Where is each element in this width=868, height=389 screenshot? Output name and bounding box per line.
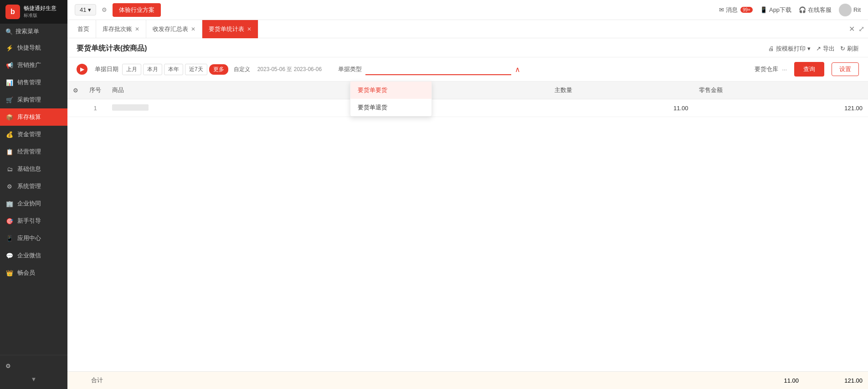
print-template-btn[interactable]: 🖨 按模板打印 ▾ xyxy=(768,45,811,53)
sidebar-item-label: 采购管理 xyxy=(17,96,41,104)
tab-close-icon[interactable]: ✕ xyxy=(135,26,139,32)
sidebar-item-label: 企业微信 xyxy=(17,251,41,260)
dropdown-item-order[interactable]: 要货单要货 xyxy=(350,82,431,99)
sidebar-item-label: 企业协同 xyxy=(17,200,41,208)
export-label: 导出 xyxy=(823,45,835,53)
sidebar-item-label: 资金管理 xyxy=(17,130,41,138)
app-download-label: App下载 xyxy=(769,6,791,14)
table-container: ⚙ 序号 商品 主计量单位 主数量 零售金额 1 xyxy=(67,82,868,371)
topbar: 41 ▾ ⚙ 体验行业方案 ✉ 消息 99+ 📱 App下载 🎧 在线客服 R xyxy=(67,0,868,20)
company-dropdown[interactable]: 41 ▾ xyxy=(75,4,96,15)
export-btn[interactable]: ↗ 导出 xyxy=(816,45,835,53)
messages-badge: 99+ xyxy=(740,7,753,13)
sidebar-item-member[interactable]: 👑畅会员 xyxy=(0,264,67,282)
app-name: 畅捷通好生意 xyxy=(24,5,56,12)
sidebar-item-quick-nav[interactable]: ⚡快捷导航 xyxy=(0,39,67,56)
sidebar-item-finance[interactable]: 💰资金管理 xyxy=(0,126,67,143)
warehouse-filter-label: 要货仓库 xyxy=(755,65,778,73)
sidebar-item-marketing[interactable]: 📢营销推广 xyxy=(0,56,67,74)
finance-icon: 💰 xyxy=(5,131,14,138)
td-amount: 121.00 xyxy=(693,99,868,117)
sidebar-item-label: 新手引导 xyxy=(17,217,41,225)
warehouse-more-icon[interactable]: ··· xyxy=(782,66,787,73)
dropdown-arrow-icon: ▾ xyxy=(88,6,91,13)
tab-recv-summary[interactable]: 收发存汇总表 ✕ xyxy=(146,20,202,38)
type-filter-label: 单据类型 xyxy=(338,65,362,73)
refresh-icon: ↻ xyxy=(840,45,845,52)
refresh-label: 刷新 xyxy=(847,45,859,53)
user-avatar-item[interactable]: Rit xyxy=(839,4,861,16)
goods-placeholder xyxy=(112,104,149,111)
close-window-icon[interactable]: ✕ xyxy=(849,25,855,33)
td-goods xyxy=(107,99,345,117)
custom-date-btn[interactable]: 自定义 xyxy=(230,64,254,75)
more-dates-btn[interactable]: 更多 xyxy=(209,64,228,75)
trial-button[interactable]: 体验行业方案 xyxy=(113,3,161,17)
th-quantity: 主数量 xyxy=(549,82,693,99)
sidebar-item-sales[interactable]: 📊销售管理 xyxy=(0,74,67,91)
last-7days-btn[interactable]: 近7天 xyxy=(185,64,207,75)
sidebar-item-purchase[interactable]: 🛒采购管理 xyxy=(0,91,67,108)
sidebar-search[interactable]: 🔍 搜索菜单 xyxy=(0,24,67,39)
sidebar-item-inventory[interactable]: 📦库存核算 xyxy=(0,108,67,126)
sidebar-item-system[interactable]: ⚙系统管理 xyxy=(0,178,67,195)
this-month-btn[interactable]: 本月 xyxy=(143,64,162,75)
settings-button[interactable]: 设置 xyxy=(832,62,859,76)
th-gear[interactable]: ⚙ xyxy=(67,82,84,99)
gear-settings-icon[interactable]: ⚙ xyxy=(102,6,107,13)
refresh-btn[interactable]: ↻ 刷新 xyxy=(840,45,859,53)
sidebar-item-operation[interactable]: 📋经营管理 xyxy=(0,143,67,160)
this-year-btn[interactable]: 本年 xyxy=(164,64,183,75)
tab-order-stats[interactable]: 要货单统计表 ✕ xyxy=(202,20,258,38)
filter-expand-btn[interactable]: ▶ xyxy=(77,64,87,75)
sidebar-item-enterprise[interactable]: 🏢企业协同 xyxy=(0,195,67,212)
quick-nav-icon: ⚡ xyxy=(5,45,14,51)
sidebar-item-basic[interactable]: 🗂基础信息 xyxy=(0,160,67,178)
sidebar-item-appstore[interactable]: 📱应用中心 xyxy=(0,230,67,247)
logo-icon: b xyxy=(5,5,20,19)
last-month-btn[interactable]: 上月 xyxy=(122,64,141,75)
chevron-down-icon: ▼ xyxy=(31,376,37,383)
tab-label: 库存批次账 xyxy=(103,25,132,33)
sidebar-item-label: 应用中心 xyxy=(17,234,41,242)
print-icon: 🖨 xyxy=(768,45,774,52)
topbar-right: ✉ 消息 99+ 📱 App下载 🎧 在线客服 Rit xyxy=(719,4,861,16)
date-filter-label: 单据日期 xyxy=(95,65,118,73)
phone-icon: 📱 xyxy=(760,6,767,13)
tabbar: 首页库存批次账 ✕收发存汇总表 ✕要货单统计表 ✕ ✕ ⤢ xyxy=(67,20,868,38)
tab-home[interactable]: 首页 xyxy=(71,20,96,38)
online-service-item[interactable]: 🎧 在线客服 xyxy=(799,6,832,14)
messages-item[interactable]: ✉ 消息 99+ xyxy=(719,6,753,14)
tab-label: 要货单统计表 xyxy=(209,25,244,33)
message-icon: ✉ xyxy=(719,6,724,13)
member-icon: 👑 xyxy=(5,270,14,276)
maximize-icon[interactable]: ⤢ xyxy=(858,25,864,33)
appstore-icon: 📱 xyxy=(5,235,14,242)
enterprise-icon: 🏢 xyxy=(5,200,14,207)
username-label: Rit xyxy=(853,6,861,13)
th-num: 序号 xyxy=(84,82,107,99)
search-label: 搜索菜单 xyxy=(15,27,39,36)
query-button[interactable]: 查询 xyxy=(794,62,824,77)
type-chevron-up-icon[interactable]: ∧ xyxy=(515,65,520,74)
sidebar-item-guide[interactable]: 🎯新手引导 xyxy=(0,212,67,230)
app-download-item[interactable]: 📱 App下载 xyxy=(760,6,791,14)
type-filter-input[interactable] xyxy=(365,64,511,75)
tab-close-icon[interactable]: ✕ xyxy=(247,26,252,32)
tab-inventory-batch[interactable]: 库存批次账 ✕ xyxy=(96,20,146,38)
dropdown-item-return[interactable]: 要货单退货 xyxy=(350,99,431,116)
print-chevron-icon: ▾ xyxy=(807,45,811,52)
sidebar-item-wechat[interactable]: 💬企业微信 xyxy=(0,247,67,264)
export-icon: ↗ xyxy=(816,45,821,52)
settings-icon: ⚙ xyxy=(5,363,11,369)
sidebar-bottom-settings[interactable]: ⚙ xyxy=(0,359,67,373)
date-quick-btns: 上月 本月 本年 近7天 更多 自定义 xyxy=(122,64,254,75)
sidebar-item-label: 快捷导航 xyxy=(17,44,41,52)
sidebar-item-label: 库存核算 xyxy=(17,113,41,121)
sidebar-scroll-down[interactable]: ▼ xyxy=(0,373,67,385)
sidebar-item-label: 营销推广 xyxy=(17,61,41,69)
tab-close-icon[interactable]: ✕ xyxy=(191,26,195,32)
footer-amount: 121.00 xyxy=(808,377,863,384)
search-icon: 🔍 xyxy=(5,28,13,35)
sidebar-item-label: 经营管理 xyxy=(17,148,41,156)
